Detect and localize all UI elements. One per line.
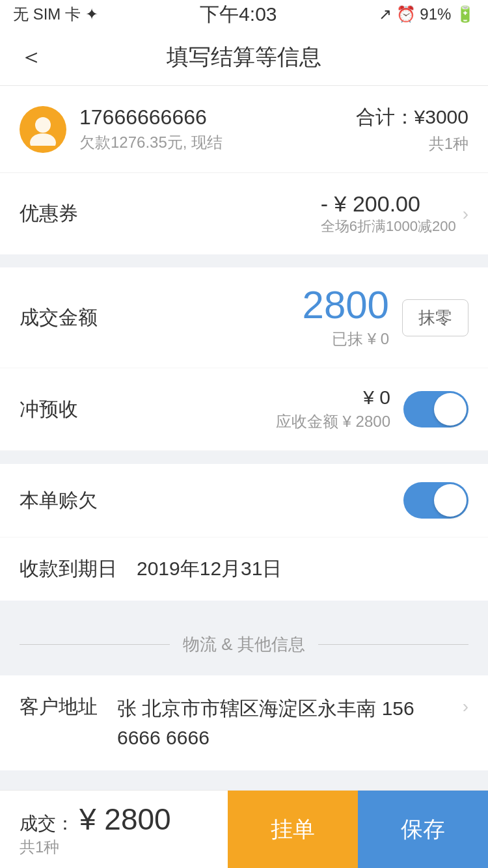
customer-total: 合计：¥3000 共1种 [356, 104, 468, 154]
nav-bar: ＜ 填写结算等信息 [0, 29, 488, 86]
address-chevron-icon: › [463, 696, 468, 717]
amount-detail: 已抹 ¥ 0 [303, 329, 389, 349]
address-row[interactable]: 客户地址 张 北京市市辖区海淀区永丰南 156 6666 6666 › [0, 675, 488, 770]
save-button[interactable]: 保存 [358, 791, 488, 868]
page-title: 填写结算等信息 [167, 42, 321, 72]
total-amount: 合计：¥3000 [356, 104, 468, 131]
coupon-right: - ¥ 200.00 全场6折满1000减200 › [321, 191, 468, 236]
trans-amount-row: 成交金额 2800 已抹 ¥ 0 抹零 [0, 267, 488, 368]
coupon-discount: - ¥ 200.00 [321, 191, 456, 217]
sep-line-left [20, 644, 170, 645]
status-time: 下午4:03 [200, 1, 277, 28]
debt-card: 本单赊欠 收款到期日 2019年12月31日 [0, 464, 488, 601]
logistics-label: 物流 & 其他信息 [183, 633, 305, 656]
svg-point-0 [35, 117, 51, 133]
footer-amount: ¥ 2800 [79, 802, 171, 837]
coupon-row[interactable]: 优惠券 - ¥ 200.00 全场6折满1000减200 › [0, 172, 488, 254]
status-bar: 无 SIM 卡 ✦ 下午4:03 ↗ ⏰ 91% 🔋 [0, 0, 488, 29]
content-area: 17666666666 欠款1276.35元, 现结 合计：¥3000 共1种 … [0, 86, 488, 868]
duedate-row: 收款到期日 2019年12月31日 [0, 537, 488, 601]
customer-phone: 17666666666 [79, 105, 356, 129]
debt-toggle[interactable] [403, 482, 468, 519]
debt-toggle-knob [434, 484, 467, 517]
footer-trans-label: 成交： [20, 811, 74, 836]
prepay-amount: ¥ 0 [276, 387, 390, 409]
customer-info: 17666666666 欠款1276.35元, 现结 [79, 105, 356, 153]
address-card: 客户地址 张 北京市市辖区海淀区永丰南 156 6666 6666 › [0, 675, 488, 770]
toggle-knob [434, 393, 467, 426]
coupon-label: 优惠券 [20, 200, 78, 227]
customer-debt: 欠款1276.35元, 现结 [79, 132, 356, 153]
debt-right [403, 482, 468, 519]
footer: 成交： ¥ 2800 共1种 挂单 保存 [0, 790, 488, 868]
hang-button[interactable]: 挂单 [228, 791, 358, 868]
debt-row: 本单赊欠 [0, 464, 488, 537]
address-label: 客户地址 [20, 694, 98, 720]
status-left: 无 SIM 卡 ✦ [13, 4, 98, 25]
back-button[interactable]: ＜ [20, 41, 43, 73]
svg-point-1 [30, 133, 56, 146]
avatar [20, 106, 66, 153]
prepay-label: 冲预收 [20, 396, 78, 423]
footer-count: 共1种 [20, 837, 208, 858]
total-count: 共1种 [356, 133, 468, 154]
status-right: ↗ ⏰ 91% 🔋 [379, 5, 475, 23]
transaction-card: 成交金额 2800 已抹 ¥ 0 抹零 冲预收 ¥ 0 应收金额 ¥ 2800 [0, 267, 488, 451]
trans-amount-label: 成交金额 [20, 305, 98, 331]
address-value: 张 北京市市辖区海淀区永丰南 156 6666 6666 [117, 694, 463, 752]
duedate-label: 收款到期日 [20, 556, 117, 582]
footer-amount-row: 成交： ¥ 2800 [20, 802, 208, 837]
chevron-right-icon: › [463, 204, 468, 224]
coupon-desc: 全场6折满1000减200 [321, 217, 456, 236]
battery-icon: ↗ ⏰ 91% 🔋 [379, 5, 475, 23]
prepay-row: 冲预收 ¥ 0 应收金额 ¥ 2800 [0, 368, 488, 451]
sep-line-right [318, 644, 468, 645]
customer-card: 17666666666 欠款1276.35元, 现结 合计：¥3000 共1种 … [0, 86, 488, 254]
trans-amount-value: 2800 [303, 286, 389, 325]
prepay-receivable: 应收金额 ¥ 2800 [276, 411, 390, 432]
mozero-button[interactable]: 抹零 [402, 299, 468, 336]
duedate-value: 2019年12月31日 [137, 556, 282, 582]
prepay-toggle[interactable] [403, 391, 468, 427]
debt-label: 本单赊欠 [20, 487, 98, 514]
trans-amount-right: 2800 已抹 ¥ 0 抹零 [303, 286, 468, 349]
logistics-separator: 物流 & 其他信息 [0, 614, 488, 675]
sim-status: 无 SIM 卡 ✦ [13, 4, 98, 25]
footer-info: 成交： ¥ 2800 共1种 [0, 791, 228, 868]
prepay-right: ¥ 0 应收金额 ¥ 2800 [276, 387, 468, 432]
customer-row: 17666666666 欠款1276.35元, 现结 合计：¥3000 共1种 [0, 86, 488, 172]
